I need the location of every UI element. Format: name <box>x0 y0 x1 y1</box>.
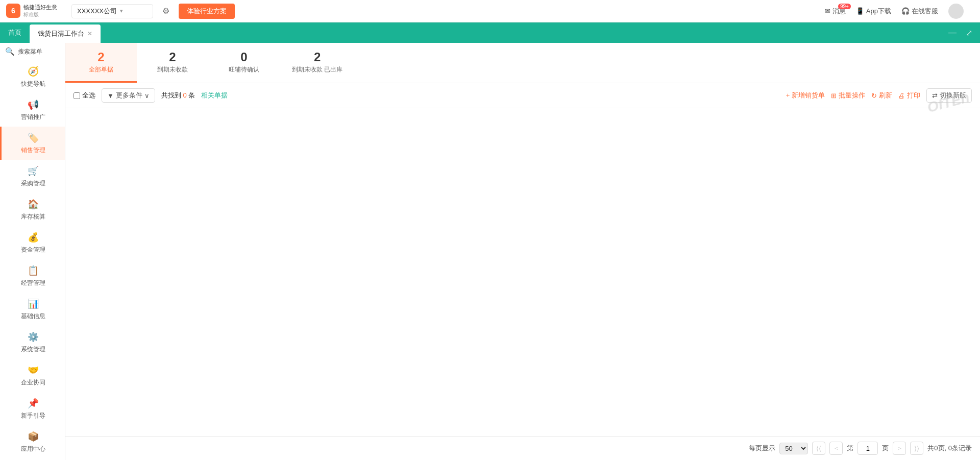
sidebar-item-label: 采购管理 <box>21 179 45 188</box>
sidebar-item-quick-nav[interactable]: 🧭 快捷导航 <box>0 60 65 93</box>
found-text: 共找到 0 条 <box>161 91 195 100</box>
tab-minimize-button[interactable]: — <box>945 26 960 40</box>
filter-dropdown-icon: ∨ <box>144 92 150 100</box>
toolbar-right: + 新增销货单 ⊞ 批量操作 ↻ 刷新 🖨 打印 ⇄ 切换新版 <box>786 88 972 103</box>
tab-maximize-button[interactable]: ⤢ <box>962 26 976 40</box>
sidebar: 🔍 搜索菜单 🧭 快捷导航 📢 营销推广 🏷️ 销售管理 🛒 采购管理 🏠 库存… <box>0 43 65 460</box>
enterprise-icon: 🤝 <box>27 364 39 376</box>
stat-card-all[interactable]: 2 全部单据 <box>65 43 137 83</box>
per-page-select[interactable]: 50 10 20 100 <box>779 443 808 454</box>
add-sales-button[interactable]: + 新增销货单 <box>786 91 825 100</box>
page-last-button[interactable]: ⟩⟩ <box>910 442 923 455</box>
tab-money-goods[interactable]: 钱货日清工作台 ✕ <box>30 25 101 43</box>
nav-tabs-right: — ⤢ <box>945 22 980 43</box>
sidebar-item-label: 资金管理 <box>21 246 45 254</box>
operation-icon: 📋 <box>27 264 39 277</box>
page-prev-button[interactable]: ＜ <box>829 442 843 455</box>
messages-button[interactable]: ✉ 消息 99+ <box>825 7 846 16</box>
stat-label-pending: 旺辅待确认 <box>229 65 259 74</box>
experience-button[interactable]: 体验行业方案 <box>179 4 235 19</box>
found-count: 0 <box>183 91 187 99</box>
inventory-icon: 🏠 <box>27 198 39 210</box>
logo-area: 6 畅捷通好生意 标准版 <box>6 4 71 18</box>
stat-card-shipped[interactable]: 2 到期未收款 已出库 <box>280 43 355 83</box>
sidebar-item-inventory[interactable]: 🏠 库存核算 <box>0 193 65 226</box>
refresh-button[interactable]: ↻ 刷新 <box>871 91 892 100</box>
switch-button[interactable]: ⇄ 切换新版 <box>926 88 972 103</box>
sidebar-item-label: 库存核算 <box>21 212 45 221</box>
sidebar-item-sales[interactable]: 🏷️ 销售管理 <box>0 127 65 160</box>
sidebar-item-label: 企业协同 <box>21 378 45 387</box>
total-info: 共0页, 0条记录 <box>927 444 972 453</box>
sidebar-item-basic-info[interactable]: 📊 基础信息 <box>0 293 65 326</box>
app-center-icon: 📦 <box>27 430 39 443</box>
service-icon: 🎧 <box>901 7 910 15</box>
sidebar-item-system[interactable]: ⚙️ 系统管理 <box>0 326 65 359</box>
nav-tabs: 首页 钱货日清工作台 ✕ — ⤢ <box>0 22 980 43</box>
tab-close-icon[interactable]: ✕ <box>87 30 92 37</box>
batch-button[interactable]: ⊞ 批量操作 <box>831 91 865 100</box>
stat-number-shipped: 2 <box>314 50 321 64</box>
top-header: 6 畅捷通好生意 标准版 XXXXXX公司 ▾ ⚙ 体验行业方案 ✉ 消息 99… <box>0 0 980 22</box>
table-area <box>65 108 980 436</box>
page-unit: 页 <box>882 444 889 453</box>
guide-icon: 📌 <box>27 397 39 409</box>
select-all-label: 全选 <box>82 91 95 100</box>
finance-icon: 💰 <box>27 231 39 244</box>
app-version: 标准版 <box>23 11 57 18</box>
sales-icon: 🏷️ <box>27 132 39 144</box>
download-icon: 📱 <box>856 7 864 15</box>
sidebar-item-marketing[interactable]: 📢 营销推广 <box>0 93 65 127</box>
sidebar-item-purchase[interactable]: 🛒 采购管理 <box>0 160 65 193</box>
company-selector[interactable]: XXXXXX公司 ▾ <box>71 4 153 18</box>
refresh-icon: ↻ <box>871 92 877 100</box>
sidebar-item-label: 销售管理 <box>21 146 45 155</box>
sidebar-item-finance[interactable]: 💰 资金管理 <box>0 226 65 259</box>
system-icon: ⚙️ <box>27 331 39 343</box>
search-label: 搜索菜单 <box>18 47 42 56</box>
user-avatar[interactable] <box>948 4 964 19</box>
sidebar-item-label: 应用中心 <box>21 445 45 453</box>
related-link[interactable]: 相关单据 <box>201 91 228 100</box>
switch-icon: ⇄ <box>932 92 938 100</box>
company-dropdown-arrow: ▾ <box>120 8 123 14</box>
page-input[interactable] <box>857 442 878 455</box>
stats-row: 2 全部单据 2 到期未收款 0 旺辅待确认 2 到期未收款 已出库 <box>65 43 980 83</box>
tab-money-goods-label: 钱货日清工作台 <box>38 29 84 38</box>
pagination: 每页显示 50 10 20 100 ⟨⟨ ＜ 第 页 ＞ ⟩⟩ 共0页, 0条记… <box>65 436 980 460</box>
sidebar-item-enterprise[interactable]: 🤝 企业协同 <box>0 359 65 392</box>
sidebar-item-operation[interactable]: 📋 经营管理 <box>0 259 65 293</box>
search-icon: 🔍 <box>5 47 15 56</box>
company-name: XXXXXX公司 <box>77 7 117 16</box>
message-badge: 99+ <box>838 4 851 9</box>
tab-home-label: 首页 <box>8 28 21 37</box>
filter-button[interactable]: ▼ 更多条件 ∨ <box>102 88 155 103</box>
page-next-button[interactable]: ＞ <box>893 442 906 455</box>
tab-home[interactable]: 首页 <box>0 22 30 43</box>
sidebar-search[interactable]: 🔍 搜索菜单 <box>0 43 65 60</box>
select-all-area[interactable]: 全选 <box>74 91 95 100</box>
purchase-icon: 🛒 <box>27 165 39 177</box>
sidebar-item-guide[interactable]: 📌 新手引导 <box>0 392 65 425</box>
stat-label-all: 全部单据 <box>89 65 113 74</box>
stat-card-overdue[interactable]: 2 到期未收款 <box>137 43 208 83</box>
sidebar-item-label: 新手引导 <box>21 411 45 420</box>
app-name: 畅捷通好生意 <box>23 4 57 11</box>
stat-number-overdue: 2 <box>169 50 176 64</box>
page-first-button[interactable]: ⟨⟨ <box>812 442 825 455</box>
stat-number-all: 2 <box>97 50 104 64</box>
sidebar-item-label: 系统管理 <box>21 345 45 354</box>
sidebar-item-app-center[interactable]: 📦 应用中心 <box>0 425 65 458</box>
stat-card-pending[interactable]: 0 旺辅待确认 <box>208 43 280 83</box>
print-button[interactable]: 🖨 打印 <box>898 91 920 100</box>
app-logo-icon: 6 <box>6 4 20 18</box>
settings-button[interactable]: ⚙ <box>158 4 174 19</box>
basic-info-icon: 📊 <box>27 298 39 310</box>
stat-label-shipped: 到期未收款 已出库 <box>292 65 342 74</box>
online-service-button[interactable]: 🎧 在线客服 <box>901 7 938 16</box>
select-all-checkbox[interactable] <box>74 92 80 99</box>
main-layout: 🔍 搜索菜单 🧭 快捷导航 📢 营销推广 🏷️ 销售管理 🛒 采购管理 🏠 库存… <box>0 43 980 460</box>
message-icon: ✉ <box>825 7 830 15</box>
app-download-button[interactable]: 📱 App下载 <box>856 7 891 16</box>
sidebar-item-label: 营销推广 <box>21 113 45 122</box>
